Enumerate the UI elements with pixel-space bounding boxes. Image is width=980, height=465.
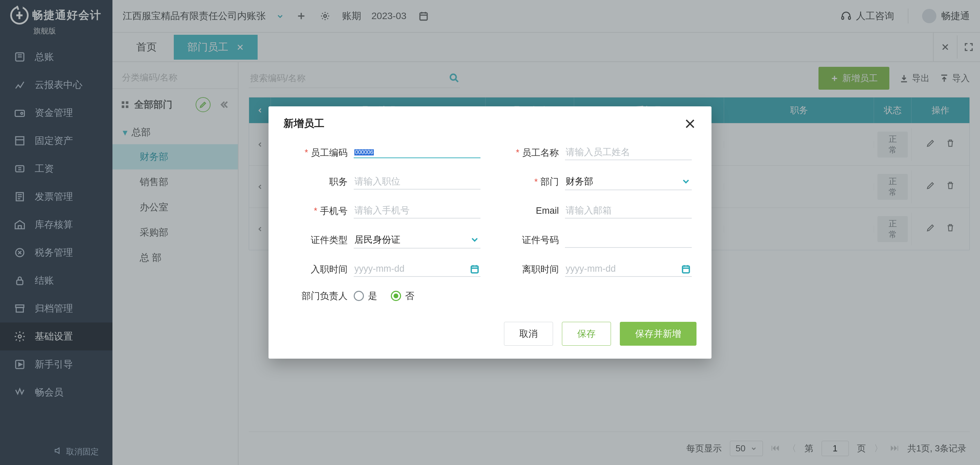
chevron-down-icon — [469, 234, 480, 245]
owner-no-radio[interactable]: 否 — [391, 290, 414, 302]
field-phone: *手机号 — [290, 203, 480, 218]
modal-body: *员工编码 000006 *员工名称 职务 *部门 财务部 — [269, 141, 711, 312]
chevron-down-icon — [681, 176, 691, 186]
field-job: 职务 — [290, 173, 480, 190]
job-input[interactable] — [355, 176, 480, 187]
employee-name-input[interactable] — [566, 147, 691, 158]
new-employee-modal: 新增员工 *员工编码 000006 *员工名称 职务 — [269, 107, 711, 358]
field-id-type: 证件类型 居民身份证 — [290, 231, 480, 248]
svg-rect-22 — [471, 266, 478, 273]
calendar-icon[interactable] — [469, 264, 480, 274]
idtype-select[interactable]: 居民身份证 — [354, 231, 480, 248]
save-button[interactable]: 保存 — [562, 322, 611, 346]
app-root: 畅捷通好会计 旗舰版 总账 云报表中心 资金管理 固定资产 工资 发票管理 库存… — [0, 0, 980, 465]
idno-input[interactable] — [566, 234, 691, 245]
field-email: Email — [501, 203, 692, 218]
field-id-no: 证件号码 — [501, 231, 692, 248]
calendar-icon[interactable] — [681, 264, 691, 274]
phone-input[interactable] — [355, 205, 480, 216]
modal-footer: 取消 保存 保存并新增 — [269, 312, 711, 358]
field-employee-name: *员工名称 — [501, 145, 692, 160]
leave-date-input[interactable] — [566, 264, 681, 274]
field-employee-code: *员工编码 000006 — [290, 145, 480, 160]
employee-code-input[interactable]: 000006 — [355, 149, 374, 156]
modal-close-button[interactable] — [684, 117, 697, 130]
dept-select[interactable]: 财务部 — [565, 173, 692, 190]
field-hire-date: 入职时间 — [290, 261, 480, 277]
cancel-button[interactable]: 取消 — [504, 322, 553, 346]
hire-date-input[interactable] — [355, 264, 469, 274]
owner-yes-radio[interactable]: 是 — [354, 290, 377, 302]
field-dept: *部门 财务部 — [501, 173, 692, 190]
email-input[interactable] — [566, 205, 691, 216]
field-dept-owner: 部门负责人 是 否 — [290, 290, 692, 302]
modal-title: 新增员工 — [283, 116, 325, 131]
modal-header: 新增员工 — [269, 107, 711, 141]
save-and-new-button[interactable]: 保存并新增 — [620, 322, 697, 346]
field-leave-date: 离职时间 — [501, 261, 692, 277]
svg-rect-23 — [682, 266, 689, 273]
